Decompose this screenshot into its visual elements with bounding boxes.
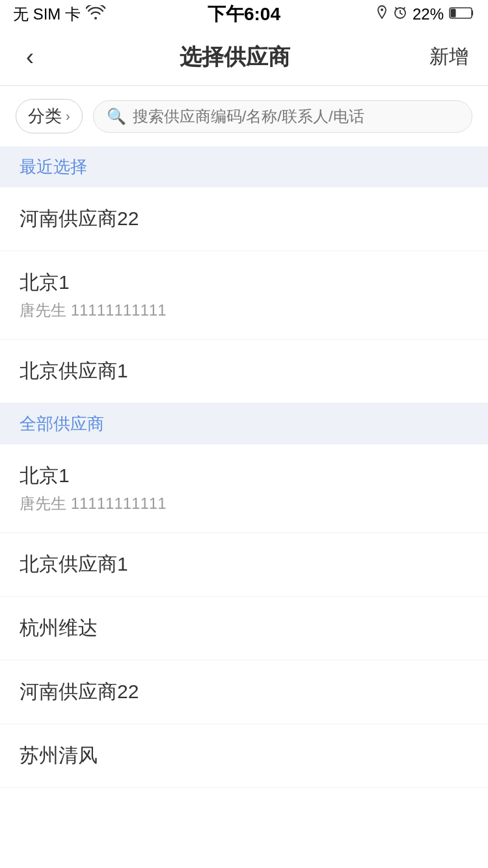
no-sim-text: 无 SIM 卡 xyxy=(13,4,81,25)
list-item[interactable]: 北京1唐先生 11111111111 xyxy=(0,444,488,533)
item-name: 苏州清风 xyxy=(20,742,468,769)
item-name: 杭州维达 xyxy=(20,615,468,642)
search-icon: 🔍 xyxy=(107,107,126,126)
item-name: 北京供应商1 xyxy=(20,551,468,578)
status-right: 22% xyxy=(376,5,475,23)
battery-text: 22% xyxy=(413,5,444,23)
item-contact: 唐先生 11111111111 xyxy=(20,493,468,514)
item-contact: 唐先生 11111111111 xyxy=(20,300,468,321)
list-item[interactable]: 北京供应商1 xyxy=(0,533,488,597)
nav-title: 选择供应商 xyxy=(180,42,290,72)
category-label: 分类 xyxy=(28,105,62,128)
back-button[interactable]: ‹ xyxy=(20,37,40,77)
filter-bar: 分类 › 🔍 xyxy=(0,86,488,146)
battery-icon xyxy=(449,5,475,23)
add-button[interactable]: 新增 xyxy=(429,44,468,70)
all-section-label: 全部供应商 xyxy=(20,414,104,433)
wifi-icon xyxy=(86,5,105,23)
svg-point-0 xyxy=(381,8,383,11)
svg-rect-3 xyxy=(451,9,456,18)
list-item[interactable]: 河南供应商22 xyxy=(0,187,488,251)
all-section-header: 全部供应商 xyxy=(0,403,488,444)
all-items-list: 北京1唐先生 11111111111北京供应商1杭州维达河南供应商22苏州清风 xyxy=(0,444,488,788)
list-item[interactable]: 杭州维达 xyxy=(0,597,488,660)
status-left: 无 SIM 卡 xyxy=(13,4,105,25)
status-time: 下午6:04 xyxy=(208,2,280,27)
item-name: 北京1 xyxy=(20,463,468,489)
item-name: 河南供应商22 xyxy=(20,679,468,705)
location-icon xyxy=(376,5,388,23)
item-name: 北京1 xyxy=(20,269,468,296)
list-item[interactable]: 苏州清风 xyxy=(0,724,488,788)
alarm-icon xyxy=(393,5,407,23)
recent-section-header: 最近选择 xyxy=(0,146,488,187)
item-name: 河南供应商22 xyxy=(20,206,468,232)
recent-items-list: 河南供应商22北京1唐先生 11111111111北京供应商1 xyxy=(0,187,488,403)
search-bar[interactable]: 🔍 xyxy=(93,100,472,133)
nav-bar: ‹ 选择供应商 新增 xyxy=(0,29,488,86)
list-item[interactable]: 河南供应商22 xyxy=(0,660,488,724)
list-item[interactable]: 北京供应商1 xyxy=(0,340,488,403)
search-input[interactable] xyxy=(133,107,459,126)
status-bar: 无 SIM 卡 下午6:04 22% xyxy=(0,0,488,29)
recent-section-label: 最近选择 xyxy=(20,157,87,176)
chevron-right-icon: › xyxy=(66,109,70,124)
category-filter[interactable]: 分类 › xyxy=(16,99,83,133)
list-item[interactable]: 北京1唐先生 11111111111 xyxy=(0,251,488,340)
item-name: 北京供应商1 xyxy=(20,358,468,385)
